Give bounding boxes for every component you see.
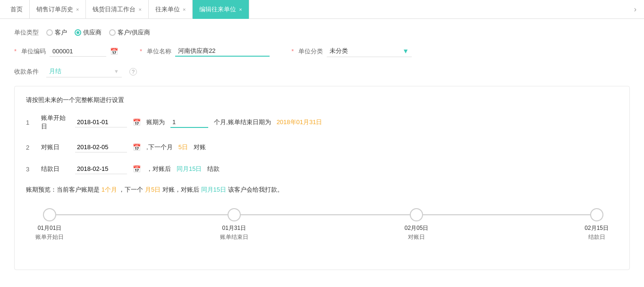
tl-sublabel-3: 对账日 bbox=[408, 233, 425, 241]
classify-value: 未分类 bbox=[330, 47, 402, 55]
tab-cash-work-label: 钱货日清工作台 bbox=[93, 5, 136, 14]
classify-chevron-icon: ▼ bbox=[402, 47, 409, 55]
row-num-3: 3 bbox=[26, 166, 35, 173]
row-num-1: 1 bbox=[26, 119, 35, 126]
payment-date-input[interactable] bbox=[75, 164, 127, 174]
card-title: 请按照未来的一个完整帐期进行设置 bbox=[26, 96, 618, 104]
radio-customer-circle bbox=[46, 29, 53, 36]
start-date-calendar-icon[interactable]: 📅 bbox=[133, 118, 141, 126]
tl-dot-1 bbox=[43, 208, 56, 221]
row-num-2: 2 bbox=[26, 144, 35, 151]
tab-cash-work-close[interactable]: × bbox=[138, 7, 141, 12]
preview-highlight2: 月5日 bbox=[145, 186, 161, 193]
tab-sales-history-label: 销售订单历史 bbox=[36, 5, 73, 14]
payment-value: 月结 bbox=[49, 67, 114, 76]
setting-row-1: 1 账单开始日 📅 账期为 个月,账单结束日期为 2018年01月31日 bbox=[26, 114, 618, 131]
name-label: 单位名称 bbox=[147, 47, 171, 56]
setting-row-2: 2 对账日 📅 ,下一个月 5日 对账 bbox=[26, 142, 618, 152]
payment-row: 收款条件 月结 ▼ ? bbox=[14, 66, 630, 77]
radio-customer-supplier-circle bbox=[109, 29, 116, 36]
period-suffix: 个月,账单结束日期为 bbox=[214, 118, 271, 127]
period-end-date: 2018年01月31日 bbox=[277, 118, 322, 127]
row-name-3: 结款日 bbox=[41, 165, 69, 173]
classify-required: * bbox=[291, 48, 294, 55]
payment-chevron-icon: ▼ bbox=[114, 68, 119, 74]
tl-label-2: 01月31日 bbox=[222, 224, 246, 232]
tab-partner-label: 往来单位 bbox=[155, 5, 180, 14]
classify-field-group: * 单位分类 未分类 ▼ bbox=[291, 45, 412, 57]
preview-text: 账期预览：当前客户账期是 1个月 ，下一个 月5日 对账，对账后 同月15日 该… bbox=[26, 186, 618, 194]
tl-point-1: 01月01日 账单开始日 bbox=[35, 208, 64, 241]
payment-date-calendar-icon[interactable]: 📅 bbox=[133, 165, 141, 173]
radio-supplier[interactable]: 供应商 bbox=[75, 28, 102, 37]
classify-label: 单位分类 bbox=[298, 47, 323, 56]
timeline: 01月01日 账单开始日 01月31日 账单结束日 02月05日 对账日 02月… bbox=[26, 203, 618, 260]
payment-desc-prefix: ，对账后 bbox=[146, 165, 171, 173]
classify-select[interactable]: 未分类 ▼ bbox=[327, 45, 412, 57]
row-name-1: 账单开始日 bbox=[41, 114, 69, 131]
tl-label-4: 02月15日 bbox=[585, 224, 609, 232]
preview-prefix: 账期预览：当前客户账期是 bbox=[26, 186, 100, 193]
tl-label-3: 02月05日 bbox=[405, 224, 429, 232]
unit-type-row: 单位类型 客户 供应商 客户/供应商 bbox=[14, 28, 630, 37]
period-value-input[interactable] bbox=[170, 117, 208, 128]
tab-cash-work[interactable]: 钱货日清工作台 × bbox=[86, 0, 148, 19]
start-date-input[interactable] bbox=[75, 117, 127, 127]
period-prefix: 账期为 bbox=[146, 118, 165, 127]
reconcile-date-input[interactable] bbox=[75, 142, 127, 152]
tl-dot-4 bbox=[590, 208, 603, 221]
payment-label: 收款条件 bbox=[14, 68, 39, 76]
settings-card: 请按照未来的一个完整帐期进行设置 1 账单开始日 📅 账期为 个月,账单结束日期… bbox=[14, 86, 630, 270]
name-required: * bbox=[140, 48, 142, 55]
tab-edit-partner-close[interactable]: × bbox=[239, 7, 242, 12]
preview-mid1: ，下一个 bbox=[119, 186, 143, 193]
tab-sales-history-close[interactable]: × bbox=[76, 7, 79, 12]
preview-highlight3: 同月15日 bbox=[201, 186, 226, 193]
payment-desc-suffix: 结款 bbox=[207, 165, 220, 173]
radio-customer[interactable]: 客户 bbox=[46, 28, 67, 37]
payment-day-highlight: 同月15日 bbox=[177, 165, 202, 173]
reconcile-calendar-icon[interactable]: 📅 bbox=[133, 144, 141, 151]
tl-sublabel-1: 账单开始日 bbox=[35, 233, 64, 241]
tab-arrow[interactable]: › bbox=[630, 5, 640, 14]
reconcile-desc-suffix: 对账 bbox=[194, 143, 206, 152]
tl-label-1: 01月01日 bbox=[38, 224, 62, 232]
code-name-classify-row: * 单位编码 📅 * 单位名称 * 单位分类 未分类 ▼ bbox=[14, 45, 630, 57]
radio-supplier-label: 供应商 bbox=[83, 28, 102, 37]
main-content: 单位类型 客户 供应商 客户/供应商 * 单位编码 📅 * 单位名称 bbox=[0, 19, 644, 287]
code-calendar-icon[interactable]: 📅 bbox=[110, 48, 118, 55]
tl-point-3: 02月05日 对账日 bbox=[405, 208, 429, 241]
tl-point-2: 01月31日 账单结束日 bbox=[220, 208, 248, 241]
tabs-bar: 首页 销售订单历史 × 钱货日清工作台 × 往来单位 × 编辑往来单位 × › bbox=[0, 0, 644, 19]
name-field-group: * 单位名称 bbox=[140, 46, 270, 57]
timeline-points: 01月01日 账单开始日 01月31日 账单结束日 02月05日 对账日 02月… bbox=[35, 208, 609, 241]
tl-dot-2 bbox=[228, 208, 241, 221]
tab-sales-history[interactable]: 销售订单历史 × bbox=[30, 0, 86, 19]
radio-customer-label: 客户 bbox=[55, 28, 67, 37]
setting-row-3: 3 结款日 📅 ，对账后 同月15日 结款 bbox=[26, 164, 618, 174]
tab-home-label: 首页 bbox=[10, 5, 23, 14]
tl-sublabel-2: 账单结束日 bbox=[220, 233, 248, 241]
radio-group-unit-type: 客户 供应商 客户/供应商 bbox=[46, 28, 150, 37]
preview-mid2: 对账，对账后 bbox=[162, 186, 199, 193]
unit-type-label: 单位类型 bbox=[14, 28, 39, 37]
tab-partner[interactable]: 往来单位 × bbox=[149, 0, 193, 19]
row-name-2: 对账日 bbox=[41, 143, 69, 152]
preview-suffix: 该客户会给我打款。 bbox=[228, 186, 283, 193]
tab-home[interactable]: 首页 bbox=[4, 0, 30, 19]
tl-sublabel-4: 结款日 bbox=[588, 233, 605, 241]
name-input[interactable] bbox=[175, 46, 270, 57]
tab-edit-partner[interactable]: 编辑往来单位 × bbox=[193, 0, 249, 19]
payment-help-icon[interactable]: ? bbox=[129, 68, 137, 76]
code-required: * bbox=[14, 48, 17, 55]
code-input[interactable] bbox=[50, 46, 106, 57]
preview-highlight1: 1个月 bbox=[102, 186, 117, 193]
radio-customer-supplier[interactable]: 客户/供应商 bbox=[109, 28, 150, 37]
reconcile-day-highlight: 5日 bbox=[178, 143, 188, 152]
code-label: 单位编码 bbox=[21, 47, 46, 56]
tl-dot-3 bbox=[410, 208, 423, 221]
payment-select[interactable]: 月结 ▼ bbox=[46, 66, 122, 77]
radio-supplier-circle bbox=[75, 29, 81, 36]
tab-partner-close[interactable]: × bbox=[183, 7, 186, 12]
tl-point-4: 02月15日 结款日 bbox=[585, 208, 609, 241]
